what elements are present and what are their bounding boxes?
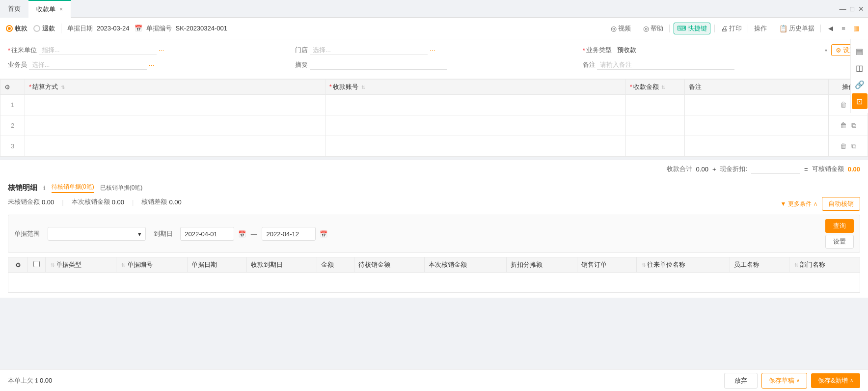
sidebar-icon-2[interactable]: ◫ xyxy=(852,60,868,76)
summary-input[interactable] xyxy=(310,60,447,70)
business-type-dropdown-icon[interactable]: ▾ xyxy=(825,48,827,53)
tab-collection[interactable]: 收款单 × xyxy=(28,0,71,18)
row-2-settlement[interactable] xyxy=(25,115,326,136)
history-icon: 📋 xyxy=(779,25,787,32)
table-settings-icon[interactable]: ⚙ xyxy=(4,84,10,91)
bottom-col-pending-header: 待核销金额 xyxy=(354,257,425,273)
row-3-delete-icon[interactable]: 🗑 xyxy=(840,142,847,150)
sidebar-icon-3[interactable]: 🔗 xyxy=(852,77,868,92)
tab-home[interactable]: 首页 xyxy=(0,0,28,18)
window-close-icon[interactable]: ✕ xyxy=(858,5,864,13)
type-sort-icon[interactable]: ⇅ xyxy=(51,262,54,268)
business-type-value: 预收款 xyxy=(617,46,636,55)
abandon-button[interactable]: 放弃 xyxy=(724,373,758,389)
history-btn[interactable]: 📋 历史单据 xyxy=(777,23,816,34)
video-label: 视频 xyxy=(618,24,631,33)
radio-collection[interactable]: 收款 xyxy=(6,24,27,33)
home-tab-label: 首页 xyxy=(8,4,21,13)
header-toolbar: 收款 退款 单据日期 2023-03-24 📅 单据编号 SK-20230324… xyxy=(0,18,868,39)
col-remark-header: 备注 xyxy=(684,80,828,95)
sidebar-icon-4[interactable]: ⊡ xyxy=(852,93,868,109)
auto-verify-button[interactable]: 自动核销 xyxy=(822,197,860,211)
range-select[interactable]: ▾ xyxy=(48,227,146,241)
more-conditions-btn[interactable]: ▼ 更多条件 ∧ xyxy=(780,200,818,208)
bottom-col-settings-header[interactable]: ⚙ xyxy=(8,257,28,273)
shortcut-icon: ⌨ xyxy=(677,25,686,32)
video-btn[interactable]: ◎ 视频 xyxy=(609,23,633,34)
window-min-icon[interactable]: — xyxy=(840,5,846,13)
prev-view-btn[interactable]: ◀ xyxy=(825,23,837,34)
store-ellipsis[interactable]: ··· xyxy=(430,46,435,54)
col-settings-header[interactable]: ⚙ xyxy=(0,80,25,95)
row-2-copy-icon[interactable]: ⧉ xyxy=(851,121,856,129)
toolbar-right: ◎ 视频 ◎ 帮助 ⌨ 快捷键 🖨 打印 操作 📋 历史单据 ◀ ≡ xyxy=(609,23,862,34)
date-from-icon[interactable]: 📅 xyxy=(238,230,246,238)
grid-view-btn[interactable]: ▦ xyxy=(850,23,862,34)
bottom-settings-icon[interactable]: ⚙ xyxy=(15,261,21,269)
partner-sort-icon[interactable]: ⇅ xyxy=(642,262,646,268)
query-button[interactable]: 查询 xyxy=(825,219,854,233)
account-sort-icon[interactable]: ⇅ xyxy=(361,84,365,90)
verify-tab-done[interactable]: 已核销单据(0笔) xyxy=(100,184,143,192)
number-sort-icon[interactable]: ⇅ xyxy=(121,262,125,268)
staff-field: 业务员 ··· xyxy=(8,60,285,70)
help-btn[interactable]: ◎ 帮助 xyxy=(641,23,665,34)
date-label: 单据日期 xyxy=(67,24,93,33)
discount-input[interactable] xyxy=(751,164,800,174)
footer-value: 0.00 xyxy=(40,377,52,384)
calendar-icon[interactable]: 📅 xyxy=(135,25,142,32)
sidebar-icon-1[interactable]: ▤ xyxy=(852,43,868,59)
store-input[interactable] xyxy=(310,45,428,55)
row-3-settlement[interactable] xyxy=(25,136,326,157)
verify-header: 核销明细 ℹ 待核销单据(0笔) 已核销单据(0笔) xyxy=(8,183,860,193)
date-dash: — xyxy=(249,230,259,238)
save-new-button[interactable]: 保存&新增 ∧ xyxy=(811,373,860,388)
bottom-col-due-date-header: 收款到期日 xyxy=(246,257,317,273)
tab-close-icon[interactable]: × xyxy=(59,6,63,13)
settlement-sort-icon[interactable]: ⇅ xyxy=(61,84,65,90)
row-2-delete-icon[interactable]: 🗑 xyxy=(840,121,847,129)
row-3-remark[interactable] xyxy=(684,136,828,157)
row-2-amount[interactable] xyxy=(625,115,684,136)
store-sort-icon[interactable]: ⇅ xyxy=(794,262,798,268)
unverified-stat: 未核销金额 0.00 xyxy=(8,197,54,206)
row-3-amount[interactable] xyxy=(625,136,684,157)
row-3-copy-icon[interactable]: ⧉ xyxy=(851,142,856,150)
staff-input[interactable] xyxy=(29,60,147,70)
date-to-icon[interactable]: 📅 xyxy=(320,230,327,238)
operation-btn[interactable]: 操作 xyxy=(752,23,769,34)
select-all-checkbox[interactable] xyxy=(33,261,40,267)
row-1-settlement[interactable] xyxy=(25,95,326,115)
unverified-label: 未核销金额 xyxy=(8,197,40,206)
list-view-btn[interactable]: ≡ xyxy=(838,23,849,34)
row-1-delete-icon[interactable]: 🗑 xyxy=(840,101,847,109)
date-from-input[interactable] xyxy=(180,227,234,241)
help-label: 帮助 xyxy=(651,24,663,33)
partner-ellipsis[interactable]: ··· xyxy=(159,46,164,54)
staff-ellipsis[interactable]: ··· xyxy=(149,61,155,69)
save-draft-button[interactable]: 保存草稿 ∧ xyxy=(761,373,807,389)
row-3-account[interactable] xyxy=(325,136,625,157)
row-1-remark[interactable] xyxy=(684,95,828,115)
row-2-account[interactable] xyxy=(325,115,625,136)
shortcut-btn[interactable]: ⌨ 快捷键 xyxy=(674,23,710,34)
save-draft-label: 保存草稿 xyxy=(769,376,794,385)
row-1-amount[interactable] xyxy=(625,95,684,115)
row-2-remark[interactable] xyxy=(684,115,828,136)
due-date-filter: 到期日 📅 — 📅 xyxy=(154,227,328,241)
row-num-2: 2 xyxy=(0,115,25,136)
verify-info-icon[interactable]: ℹ xyxy=(43,185,46,192)
staff-label: 业务员 xyxy=(8,60,27,69)
verify-tab-pending[interactable]: 待核销单据(0笔) xyxy=(52,183,94,193)
partner-input[interactable] xyxy=(39,45,157,55)
row-1-account[interactable] xyxy=(325,95,625,115)
footer-info-icon[interactable]: ℹ xyxy=(35,377,38,384)
date-to-input[interactable] xyxy=(262,227,316,241)
remark-input[interactable] xyxy=(597,60,734,70)
filter-settings-button[interactable]: 设置 xyxy=(825,235,854,249)
print-btn[interactable]: 🖨 打印 xyxy=(719,23,744,34)
due-date-label: 到期日 xyxy=(154,229,173,238)
radio-refund[interactable]: 退款 xyxy=(33,24,55,33)
window-max-icon[interactable]: □ xyxy=(850,5,854,13)
amount-sort-icon[interactable]: ⇅ xyxy=(661,84,665,90)
